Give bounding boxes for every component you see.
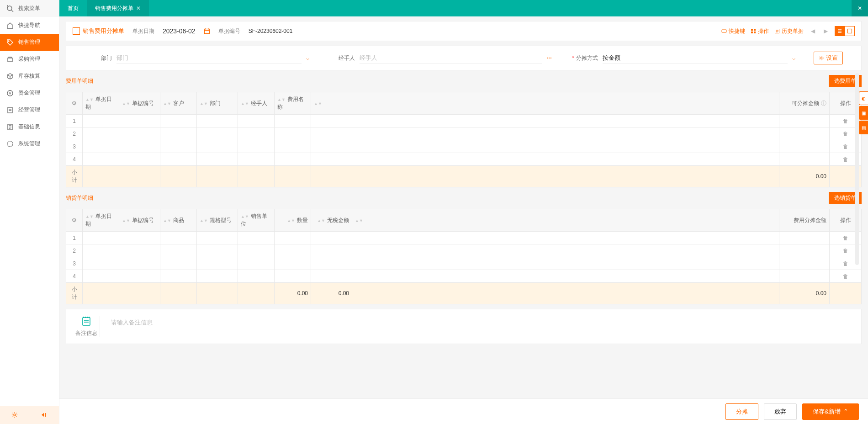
trash-icon[interactable]: 🗑: [843, 131, 848, 137]
allocate-button[interactable]: 分摊: [725, 403, 758, 420]
tab-home[interactable]: 首页: [59, 0, 87, 16]
help-icon[interactable]: ⓘ: [821, 100, 826, 106]
table-row[interactable]: 4🗑: [66, 153, 862, 166]
table-row[interactable]: 3🗑: [66, 257, 862, 270]
sidebar-item-label: 快捷导航: [18, 21, 40, 29]
trash-icon[interactable]: 🗑: [843, 273, 848, 280]
svg-rect-38: [83, 318, 90, 325]
table-row[interactable]: 2🗑: [66, 127, 862, 140]
page-header: 销售费用分摊单 单据日期 2023-06-02 单据编号 SF-20230602…: [66, 21, 862, 41]
settings-icon[interactable]: [11, 412, 18, 418]
side-floaters: ◐ ▣ ▤: [859, 91, 868, 134]
tabbar-close[interactable]: ✕: [852, 0, 868, 16]
col-handler[interactable]: ▲▼经手人: [238, 92, 275, 115]
money-icon: ¥: [6, 90, 14, 97]
more-icon[interactable]: ⋯: [546, 55, 552, 61]
view-list-icon[interactable]: [835, 26, 845, 36]
history-link[interactable]: 历史单据: [774, 27, 804, 35]
svg-rect-19: [45, 413, 46, 417]
handler-input[interactable]: [360, 53, 542, 64]
prev-icon[interactable]: ◀: [809, 26, 816, 36]
col-spec[interactable]: ▲▼规格型号: [197, 209, 238, 232]
col-no[interactable]: ▲▼单据编号: [119, 92, 160, 115]
col-spacer: ▲▼: [352, 209, 779, 232]
gear-icon[interactable]: ⚙: [72, 217, 77, 223]
floater-2[interactable]: ▣: [859, 106, 868, 120]
subtotal-row: 小计0.00: [66, 166, 862, 187]
scrollbar-track[interactable]: [855, 73, 859, 265]
sidebar-item-purchase[interactable]: 采购管理: [0, 51, 59, 68]
hotkey-link[interactable]: 快捷键: [721, 27, 745, 35]
sidebar-item-system[interactable]: 系统管理: [0, 135, 59, 152]
trash-icon[interactable]: 🗑: [843, 143, 848, 150]
col-product[interactable]: ▲▼商品: [160, 209, 197, 232]
operate-link[interactable]: 操作: [751, 27, 769, 35]
svg-point-5: [8, 41, 9, 42]
floater-3[interactable]: ▤: [859, 121, 868, 134]
sidebar-item-quicknav[interactable]: 快捷导航: [0, 17, 59, 34]
table-row[interactable]: 1🗑: [66, 115, 862, 127]
trash-icon[interactable]: 🗑: [843, 118, 848, 124]
col-name[interactable]: ▲▼费用名称: [275, 92, 311, 115]
table-row[interactable]: 1🗑: [66, 232, 862, 244]
col-allocable[interactable]: 可分摊金额ⓘ: [779, 92, 830, 115]
dept-input[interactable]: [116, 53, 302, 64]
remarks-panel: 备注信息: [66, 309, 862, 344]
collapse-icon[interactable]: [40, 412, 48, 418]
discard-button[interactable]: 放弃: [764, 403, 797, 420]
col-spacer: ▲▼: [311, 92, 779, 115]
sidebar-item-inventory[interactable]: 库存核算: [0, 68, 59, 85]
svg-rect-20: [204, 29, 209, 34]
svg-rect-10: [8, 107, 12, 113]
sidebar-item-operation[interactable]: 经营管理: [0, 101, 59, 118]
field-department: 部门 ⌵: [85, 53, 309, 64]
close-icon[interactable]: ✕: [136, 5, 141, 11]
trash-icon[interactable]: 🗑: [843, 235, 848, 241]
sidebar-item-label: 系统管理: [18, 140, 40, 148]
col-customer[interactable]: ▲▼客户: [160, 92, 197, 115]
remarks-input[interactable]: [108, 316, 855, 337]
trash-icon[interactable]: 🗑: [843, 156, 848, 163]
sidebar-item-label: 销售管理: [18, 38, 40, 46]
col-unit[interactable]: ▲▼销售单位: [238, 209, 275, 232]
calendar-icon[interactable]: [204, 28, 210, 34]
floater-1[interactable]: ◐: [859, 91, 868, 105]
col-date[interactable]: ▲▼单据日期: [83, 209, 119, 232]
svg-line-1: [11, 10, 13, 12]
table-row[interactable]: 3🗑: [66, 140, 862, 153]
trash-icon[interactable]: 🗑: [843, 248, 848, 254]
col-dept[interactable]: ▲▼部门: [197, 92, 238, 115]
system-icon: [6, 140, 14, 148]
sidebar-search[interactable]: 搜索菜单: [0, 0, 59, 17]
date-value[interactable]: 2023-06-02: [163, 27, 196, 35]
col-amount-notax[interactable]: ▲▼无税金额: [311, 209, 352, 232]
alloc-input[interactable]: [603, 53, 788, 64]
view-card-icon[interactable]: [845, 26, 855, 36]
sidebar-item-label: 基础信息: [18, 123, 40, 131]
handler-label: 经手人: [328, 54, 355, 62]
col-date[interactable]: ▲▼单据日期: [83, 92, 119, 115]
table-row[interactable]: 2🗑: [66, 244, 862, 257]
chevron-down-icon[interactable]: ⌵: [306, 55, 309, 61]
svg-rect-28: [754, 32, 756, 33]
chevron-down-icon[interactable]: ⌵: [792, 55, 795, 61]
next-icon[interactable]: ▶: [822, 26, 829, 36]
trash-icon[interactable]: 🗑: [843, 260, 848, 267]
info-icon: [6, 123, 14, 131]
save-new-button[interactable]: 保存&新增 ⌃: [802, 403, 859, 420]
expense-table: ⚙ ▲▼单据日期 ▲▼单据编号 ▲▼客户 ▲▼部门 ▲▼经手人 ▲▼费用名称 ▲…: [66, 92, 862, 187]
table-row[interactable]: 4🗑: [66, 270, 862, 283]
sidebar-item-finance[interactable]: ¥ 资金管理: [0, 85, 59, 101]
svg-point-37: [820, 57, 822, 59]
remarks-side: 备注信息: [73, 316, 100, 337]
col-no[interactable]: ▲▼单据编号: [119, 209, 160, 232]
col-qty[interactable]: ▲▼数量: [275, 209, 311, 232]
settings-button[interactable]: 设置: [814, 52, 843, 64]
gear-icon[interactable]: ⚙: [72, 100, 77, 106]
sidebar-item-sales[interactable]: 销售管理: [0, 34, 59, 51]
col-alloc-amount[interactable]: 费用分摊金额: [779, 209, 830, 232]
sidebar-footer: [0, 406, 59, 424]
tab-bar: 首页 销售费用分摊单 ✕ ✕: [59, 0, 868, 16]
sidebar-item-basic[interactable]: 基础信息: [0, 118, 59, 135]
tab-current[interactable]: 销售费用分摊单 ✕: [87, 0, 149, 16]
